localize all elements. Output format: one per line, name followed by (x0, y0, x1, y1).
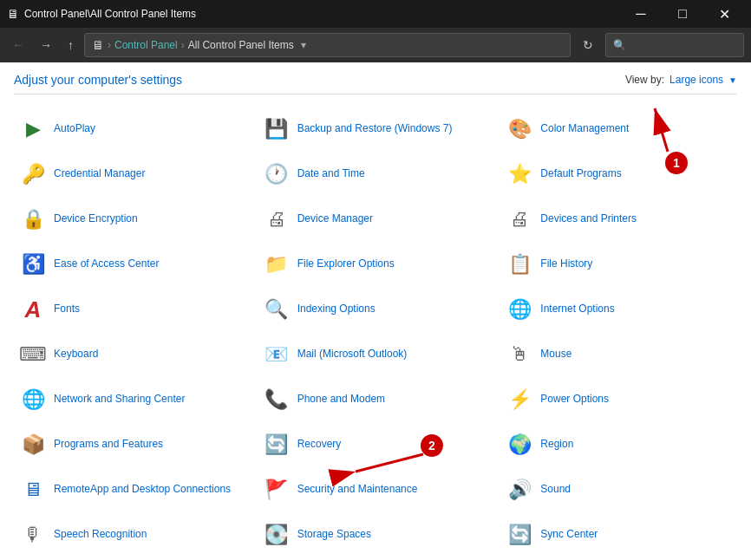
item-icon: 🌐 (506, 296, 533, 323)
list-item[interactable]: 📧 Mail (Microsoft Outlook) (258, 334, 494, 375)
item-label: Date and Time (297, 167, 365, 181)
item-icon: 💾 (263, 115, 291, 143)
list-item[interactable]: 🔄 Sync Center (500, 514, 737, 556)
view-by-value[interactable]: Large icons (669, 74, 723, 86)
list-item[interactable]: 🖥 RemoteApp and Desktop Connections (14, 469, 251, 511)
list-item[interactable]: ⌨ Keyboard (14, 334, 251, 375)
items-grid: ▶ AutoPlay 💾 Backup and Restore (Windows… (14, 108, 737, 556)
search-bar (605, 33, 744, 57)
list-item[interactable]: 🖨 Devices and Printers (500, 199, 737, 240)
item-label: Indexing Options (297, 303, 376, 316)
list-item[interactable]: 🔒 Device Encryption (14, 199, 251, 240)
item-label: Power Options (540, 393, 609, 407)
list-item[interactable]: 📋 File History (500, 244, 737, 285)
item-label: Network and Sharing Center (54, 393, 185, 407)
title-bar-icon: 🖥 (7, 7, 19, 21)
list-item[interactable]: ♿ Ease of Access Center (14, 244, 251, 285)
item-label: Sync Center (540, 528, 598, 542)
breadcrumb-sep2: › (181, 39, 185, 51)
item-icon: 🎨 (506, 115, 533, 143)
main-content: Adjust your computer's settings View by:… (0, 62, 751, 560)
item-icon: 📁 (263, 251, 291, 278)
item-label: Mouse (540, 348, 571, 361)
refresh-button[interactable]: ↻ (576, 35, 600, 55)
list-item[interactable]: 🌍 Region (500, 424, 737, 466)
item-icon: 🖨 (506, 205, 533, 233)
list-item[interactable]: 🚩 Security and Maintenance (258, 469, 494, 511)
item-label: Mail (Microsoft Outlook) (297, 348, 408, 361)
breadcrumb-current: All Control Panel Items (188, 39, 294, 51)
list-item[interactable]: 🌐 Network and Sharing Center (14, 379, 251, 420)
list-item[interactable]: 📞 Phone and Modem (258, 379, 494, 420)
address-bar: ← → ↑ 🖥 › Control Panel › All Control Pa… (0, 28, 751, 62)
item-icon: A (19, 296, 47, 323)
item-label: Ease of Access Center (54, 257, 159, 271)
item-label: Recovery (297, 438, 342, 452)
title-bar: 🖥 Control Panel\All Control Panel Items … (0, 0, 751, 28)
item-label: Storage Spaces (297, 528, 371, 542)
list-item[interactable]: ▶ AutoPlay (14, 108, 251, 150)
view-by-label: View by: (625, 74, 664, 86)
item-label: Internet Options (540, 303, 614, 316)
item-icon: 🎙 (19, 521, 47, 549)
list-item[interactable]: 🔑 Credential Manager (14, 153, 251, 195)
breadcrumb-control-panel[interactable]: Control Panel (114, 39, 178, 51)
item-icon: ▶ (19, 115, 47, 143)
item-icon: 📦 (19, 431, 47, 459)
list-item[interactable]: ⭐ Default Programs (500, 153, 737, 195)
item-icon: 🕐 (263, 160, 291, 188)
list-item[interactable]: 🔄 Recovery (258, 424, 494, 466)
item-label: Devices and Printers (540, 212, 637, 226)
item-icon: 💽 (263, 521, 291, 549)
item-label: Region (540, 438, 573, 452)
item-label: Default Programs (540, 167, 621, 181)
item-label: File Explorer Options (297, 257, 395, 271)
item-icon: ♿ (19, 251, 47, 278)
item-label: Device Encryption (54, 212, 138, 226)
list-item[interactable]: 🌐 Internet Options (500, 289, 737, 330)
list-item[interactable]: 🔊 Sound (500, 469, 737, 511)
list-item[interactable]: 🎙 Speech Recognition (14, 514, 251, 556)
item-label: Security and Maintenance (297, 483, 418, 497)
item-label: File History (540, 257, 592, 271)
list-item[interactable]: 🔍 Indexing Options (258, 289, 494, 330)
view-by-dropdown-icon[interactable]: ▼ (728, 75, 737, 85)
item-icon: ⌨ (19, 341, 47, 368)
list-item[interactable]: 💾 Backup and Restore (Windows 7) (258, 108, 494, 150)
breadcrumb-sep: › (108, 39, 111, 51)
item-label: Keyboard (54, 348, 98, 361)
item-icon: 🖱 (506, 341, 533, 368)
title-bar-text: Control Panel\All Control Panel Items (24, 8, 621, 20)
list-item[interactable]: ⚡ Power Options (500, 379, 737, 420)
minimize-button[interactable]: ─ (621, 0, 661, 28)
list-item[interactable]: 💽 Storage Spaces (258, 514, 494, 556)
breadcrumb-dropdown-icon[interactable]: ▾ (301, 39, 306, 51)
item-icon: 🖥 (19, 476, 47, 504)
item-label: AutoPlay (54, 122, 95, 136)
search-input[interactable] (613, 39, 736, 51)
breadcrumb-bar: 🖥 › Control Panel › All Control Panel It… (84, 33, 571, 57)
list-item[interactable]: 🎨 Color Management (500, 108, 737, 150)
item-label: RemoteApp and Desktop Connections (54, 483, 231, 497)
item-label: Phone and Modem (297, 393, 385, 407)
forward-button[interactable]: → (35, 35, 57, 55)
list-item[interactable]: 🖨 Device Manager (258, 199, 494, 240)
item-label: Sound (540, 483, 571, 497)
maximize-button[interactable]: □ (663, 0, 702, 28)
main-header: Adjust your computer's settings View by:… (14, 73, 737, 94)
list-item[interactable]: 🕐 Date and Time (258, 153, 494, 195)
item-label: Backup and Restore (Windows 7) (297, 122, 453, 136)
close-button[interactable]: ✕ (704, 0, 744, 28)
item-label: Credential Manager (54, 167, 145, 181)
list-item[interactable]: 📦 Programs and Features (14, 424, 251, 466)
list-item[interactable]: 🖱 Mouse (500, 334, 737, 375)
view-by-control: View by: Large icons ▼ (625, 74, 737, 86)
item-icon: 🔊 (506, 476, 533, 504)
item-icon: 🔄 (506, 521, 533, 549)
item-icon: ⭐ (506, 160, 533, 188)
list-item[interactable]: A Fonts (14, 289, 251, 330)
up-button[interactable]: ↑ (62, 35, 79, 55)
item-icon: 🔄 (263, 431, 291, 459)
back-button[interactable]: ← (7, 35, 29, 55)
list-item[interactable]: 📁 File Explorer Options (258, 244, 494, 285)
